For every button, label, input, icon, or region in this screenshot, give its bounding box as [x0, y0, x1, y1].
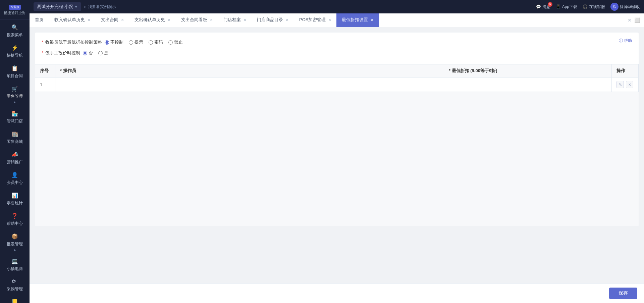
top-bar: 测试分开完程·小况 ▼ ○ 我要看实例演示 💬 消息 9 📱 App下载 🎧 在…	[30, 0, 644, 13]
form-row-2: * 仅手工改价时控制 否 是	[42, 50, 632, 56]
tab-item-7[interactable]: POS加密管理 ✕	[294, 13, 336, 27]
col-header-seq: 序号	[35, 64, 55, 78]
tab-item-6[interactable]: 门店商品目录 ✕	[252, 13, 294, 27]
cell-min-discount	[444, 78, 612, 92]
tab-item-8[interactable]: 最低折扣设置 ✕	[336, 13, 379, 27]
sidebar-item-0[interactable]: 🔍 搜索菜单	[5, 21, 24, 41]
tab-close-2[interactable]: ✕	[121, 18, 124, 22]
tab-item-5[interactable]: 门店档案 ✕	[218, 13, 252, 27]
demo-icon: ○	[84, 4, 87, 9]
cell-operator	[55, 78, 444, 92]
sidebar-item-2[interactable]: 📋 项目合同	[5, 62, 24, 82]
maximize-icon[interactable]: ⬜	[634, 17, 640, 23]
messages-badge: 9	[548, 2, 552, 7]
sidebar-item-5[interactable]: 🏬 零售商城	[5, 128, 24, 148]
tab-close-7[interactable]: ✕	[328, 18, 331, 22]
sidebar-label-5: 零售商城	[7, 139, 23, 145]
radio-hint[interactable]: 提示	[129, 39, 143, 45]
col-header-min-discount: * 最低折扣 (9.00等于9折)	[444, 64, 612, 78]
sidebar-item-9[interactable]: ❓ 帮助中心	[5, 209, 24, 230]
tab-item-0[interactable]: 首页	[30, 13, 49, 27]
user-name: 徐泽华修改	[620, 4, 640, 10]
sidebar-item-1[interactable]: ⚡ 快捷导航	[5, 41, 24, 62]
save-button[interactable]: 保存	[609, 288, 637, 299]
tab-close-8[interactable]: ✕	[371, 18, 373, 22]
sidebar-item-6[interactable]: 📣 营销推广	[5, 148, 24, 168]
field1-radio-group: 不控制 提示 密码 禁止	[105, 39, 183, 45]
online-service-button[interactable]: 🎧 在线客服	[583, 4, 605, 10]
tab-label-7: POS加密管理	[299, 17, 326, 23]
sidebar-label-2: 项目合同	[7, 73, 23, 79]
col-header-action: 操作	[612, 64, 639, 78]
tab-label-1: 收入确认单历史	[54, 17, 85, 23]
empty-area	[35, 92, 639, 226]
message-icon: 💬	[536, 4, 541, 9]
help-icon: ⓘ	[619, 38, 623, 44]
help-link[interactable]: ⓘ 帮助	[619, 38, 632, 44]
radio-password[interactable]: 密码	[149, 39, 163, 45]
required-star-2: *	[42, 50, 43, 55]
radio-none[interactable]: 不控制	[105, 39, 123, 45]
tab-close-6[interactable]: ✕	[286, 18, 288, 22]
sidebar-icon-13: 📒	[11, 299, 18, 303]
tab-item-3[interactable]: 支出确认单历史 ✕	[129, 13, 176, 27]
tab-label-6: 门店商品目录	[257, 17, 283, 23]
demo-text: 我要看实例演示	[88, 4, 116, 10]
sidebar-label-11: 小畅电商	[7, 266, 23, 272]
sidebar-item-11[interactable]: 💻 小畅电商	[5, 255, 24, 275]
sidebar-item-3[interactable]: 🛒 零售管理 ▲	[5, 82, 24, 107]
tab-item-2[interactable]: 支出合同 ✕	[96, 13, 129, 27]
sidebar-icon-0: 🔍	[11, 24, 18, 31]
tab-close-1[interactable]: ✕	[88, 18, 90, 22]
online-service-label: 在线客服	[589, 4, 605, 10]
radio-no[interactable]: 否	[83, 50, 93, 56]
sidebar-logo-badge: 专业版	[9, 5, 21, 10]
user-menu[interactable]: 徐 徐泽华修改	[610, 3, 640, 11]
radio-forbid[interactable]: 禁止	[168, 39, 183, 45]
sidebar-item-10[interactable]: 📦 批发管理 ▲	[5, 230, 24, 255]
sidebar: 专业版 畅捷通好业财 🔍 搜索菜单 ⚡ 快捷导航 📋 项目合同 🛒 零售管理 ▲…	[0, 0, 30, 303]
tab-close-4[interactable]: ✕	[210, 18, 213, 22]
edit-icon[interactable]: ✎	[616, 81, 624, 88]
sidebar-label-7: 会员中心	[7, 180, 23, 186]
tab-item-1[interactable]: 收入确认单历史 ✕	[49, 13, 96, 27]
sidebar-icon-8: 📊	[11, 192, 18, 199]
sidebar-item-7[interactable]: 👤 会员中心	[5, 168, 24, 189]
sidebar-icon-6: 📣	[11, 151, 18, 158]
sidebar-logo: 专业版 畅捷通好业财	[0, 0, 30, 19]
demo-link[interactable]: ○ 我要看实例演示	[84, 4, 116, 10]
sidebar-icon-9: ❓	[11, 213, 18, 219]
table-header-row: 序号 * 操作员 * 最低折扣 (9.00等于9折) 操作	[35, 64, 639, 78]
tab-label-0: 首页	[35, 17, 44, 23]
tab-bar: 首页 收入确认单历史 ✕ 支出合同 ✕ 支出确认单历史 ✕ 支出合同看板 ✕ 门…	[30, 13, 644, 27]
sidebar-item-13[interactable]: 📒 库存核算	[5, 295, 24, 303]
sidebar-item-8[interactable]: 📊 零售统计	[5, 189, 24, 209]
radio-yes[interactable]: 是	[98, 50, 108, 56]
sidebar-label-0: 搜索菜单	[7, 32, 23, 38]
cell-seq: 1	[35, 78, 55, 92]
app-download-button[interactable]: 📱 App下载	[556, 4, 577, 10]
sidebar-label-8: 零售统计	[7, 200, 23, 206]
sidebar-label-1: 快捷导航	[7, 53, 23, 58]
sidebar-label-4: 智慧门店	[7, 118, 23, 124]
sidebar-icon-11: 💻	[11, 258, 18, 264]
discount-table: 序号 * 操作员 * 最低折扣 (9.00等于9折) 操作 1	[35, 64, 639, 92]
action-icons: ✎ ✕	[616, 81, 634, 88]
sidebar-icon-12: 🛍	[12, 279, 17, 285]
sidebar-item-4[interactable]: 🏪 智慧门店	[5, 107, 24, 128]
tab-bar-controls: ✕ ⬜	[624, 17, 644, 23]
sidebar-icon-1: ⚡	[11, 45, 18, 51]
messages-button[interactable]: 💬 消息 9	[536, 4, 550, 10]
close-tab-icon[interactable]: ✕	[628, 17, 632, 23]
required-star-1: *	[42, 40, 43, 45]
form-row-1: * 收银员低于最低折扣控制策略 不控制 提示 密码	[42, 39, 632, 45]
sidebar-item-12[interactable]: 🛍 采购管理	[5, 275, 24, 295]
chevron-icon-10: ▲	[13, 248, 16, 251]
sidebar-logo-text: 畅捷通好业财	[3, 10, 27, 15]
tab-label-8: 最低折扣设置	[342, 17, 368, 23]
tab-close-5[interactable]: ✕	[244, 18, 246, 22]
tab-close-3[interactable]: ✕	[168, 18, 170, 22]
delete-icon[interactable]: ✕	[626, 81, 633, 88]
tab-item-4[interactable]: 支出合同看板 ✕	[176, 13, 218, 27]
project-selector[interactable]: 测试分开完程·小况 ▼	[34, 2, 81, 11]
